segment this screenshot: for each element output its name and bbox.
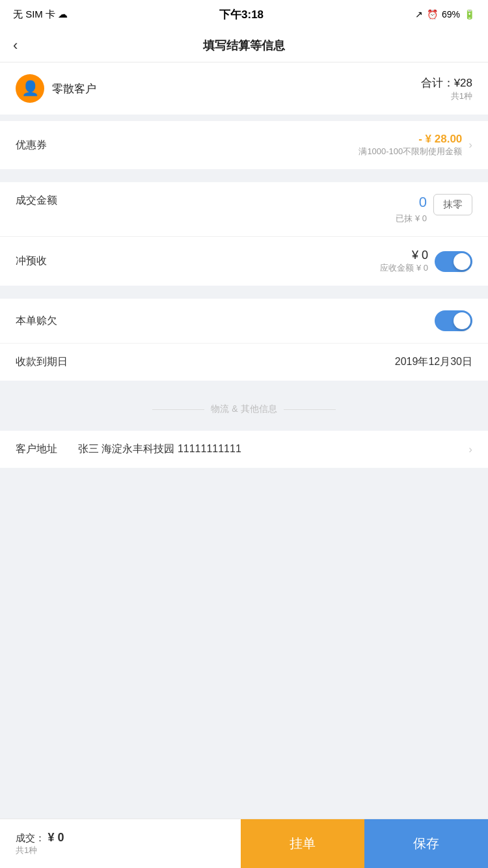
address-value: 张三 海淀永丰科技园 11111111111 [68, 442, 468, 456]
prepaid-toggle[interactable] [435, 251, 472, 272]
address-chevron-icon: › [468, 443, 472, 456]
debt-toggle-thumb [454, 312, 470, 329]
nav-bar: ‹ 填写结算等信息 [0, 29, 488, 62]
gap1 [0, 176, 488, 182]
customer-left: 👤 零散客户 [16, 74, 96, 103]
bottom-bar: 成交： ¥ 0 共1种 挂单 保存 [0, 819, 488, 868]
due-date-value: 2019年12月30日 [395, 355, 472, 369]
prepaid-value-wrap: ¥ 0 应收金额 ¥ 0 [380, 249, 428, 274]
debt-section: 本单赊欠 收款到期日 2019年12月30日 [0, 299, 488, 381]
customer-row: 👤 零散客户 合计：¥28 共1种 [0, 62, 488, 115]
round-zero-button[interactable]: 抹零 [433, 194, 472, 215]
coupon-note: 满1000-100不限制使用金额 [359, 146, 462, 157]
coupon-row[interactable]: 优惠券 - ¥ 28.00 满1000-100不限制使用金额 › [0, 121, 488, 169]
debt-row: 本单赊欠 [0, 299, 488, 343]
customer-section: 👤 零散客户 合计：¥28 共1种 [0, 62, 488, 115]
debt-toggle[interactable] [435, 310, 472, 331]
avatar-icon: 👤 [21, 80, 39, 97]
debt-right [435, 310, 472, 331]
battery-icon: 🔋 [464, 9, 475, 20]
deal-right: 0 已抹 ¥ 0 抹零 [396, 194, 472, 224]
back-button[interactable]: ‹ [13, 32, 23, 59]
address-row[interactable]: 客户地址 张三 海淀永丰科技园 11111111111 › [0, 431, 488, 468]
coupon-right: - ¥ 28.00 满1000-100不限制使用金额 › [359, 133, 472, 157]
status-left: 无 SIM 卡 ☁ [13, 8, 68, 21]
coupon-label: 优惠券 [16, 139, 68, 152]
chevron-icon: › [468, 139, 472, 152]
logistics-divider: 物流 & 其他信息 [0, 394, 488, 424]
total-label: 合计：¥28 [421, 75, 472, 90]
status-bar: 无 SIM 卡 ☁ 下午3:18 ↗ ⏰ 69% 🔋 [0, 0, 488, 29]
battery-text: 69% [442, 9, 460, 20]
prepaid-row: 冲预收 ¥ 0 应收金额 ¥ 0 [0, 236, 488, 286]
bottom-deal-row: 成交： ¥ 0 [16, 831, 225, 845]
prepaid-sub: 应收金额 ¥ 0 [380, 262, 428, 274]
total-count: 共1种 [421, 90, 472, 102]
deal-section: 成交金额 0 已抹 ¥ 0 抹零 冲预收 ¥ 0 应收金额 ¥ 0 [0, 182, 488, 286]
avatar: 👤 [16, 74, 44, 103]
location-icon: ↗ [415, 9, 423, 20]
save-button[interactable]: 保存 [364, 819, 488, 869]
toggle-track [435, 251, 472, 272]
no-sim-text: 无 SIM 卡 ☁ [13, 8, 68, 21]
prepaid-label: 冲预收 [16, 254, 68, 268]
deal-row: 成交金额 0 已抹 ¥ 0 抹零 [0, 182, 488, 236]
deal-sub: 已抹 ¥ 0 [396, 213, 427, 224]
prepaid-right: ¥ 0 应收金额 ¥ 0 [380, 249, 472, 274]
address-label: 客户地址 [16, 442, 68, 456]
content: 👤 零散客户 合计：¥28 共1种 优惠券 - ¥ 28.00 满1000-10… [0, 62, 488, 533]
status-right: ↗ ⏰ 69% 🔋 [415, 9, 475, 20]
deal-value-wrap: 0 已抹 ¥ 0 [396, 194, 427, 224]
deal-value: 0 [396, 194, 427, 211]
bottom-deal-value: ¥ 0 [47, 831, 64, 844]
gap2 [0, 292, 488, 299]
coupon-value: - ¥ 28.00 [359, 133, 462, 146]
nav-title: 填写结算等信息 [203, 38, 285, 53]
deal-label: 成交金额 [16, 194, 68, 208]
bottom-count: 共1种 [16, 845, 225, 856]
coupon-value-wrap: - ¥ 28.00 满1000-100不限制使用金额 [359, 133, 462, 157]
alarm-icon: ⏰ [427, 9, 438, 20]
due-date-label: 收款到期日 [16, 355, 68, 369]
address-section: 客户地址 张三 海淀永丰科技园 11111111111 › [0, 431, 488, 468]
customer-right: 合计：¥28 共1种 [421, 75, 472, 102]
bottom-left: 成交： ¥ 0 共1种 [0, 831, 241, 856]
prepaid-value: ¥ 0 [380, 249, 428, 262]
logistics-label: 物流 & 其他信息 [146, 403, 342, 414]
toggle-thumb [454, 253, 470, 270]
coupon-section: 优惠券 - ¥ 28.00 满1000-100不限制使用金额 › [0, 121, 488, 169]
hang-button[interactable]: 挂单 [241, 819, 364, 869]
bottom-deal-label: 成交： [16, 832, 45, 843]
due-date-row: 收款到期日 2019年12月30日 [0, 343, 488, 381]
gap3 [0, 387, 488, 394]
debt-toggle-track [435, 310, 472, 331]
debt-label: 本单赊欠 [16, 314, 68, 328]
gap4 [0, 424, 488, 431]
customer-name: 零散客户 [52, 81, 96, 96]
status-time: 下午3:18 [219, 7, 264, 22]
